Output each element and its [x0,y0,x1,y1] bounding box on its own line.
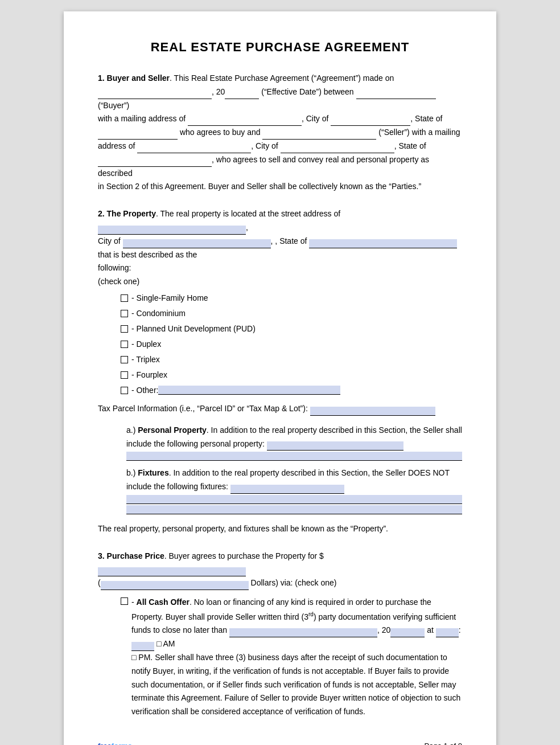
sub-b-bold: Fixtures [138,468,168,477]
section-3-heading: 3. Purchase Price [98,551,164,560]
fixtures-field-1[interactable] [230,485,344,494]
section-2-check-one: (check one) [98,277,139,286]
year-field[interactable] [225,90,259,99]
property-closing-text: The real property, personal property, an… [98,522,462,536]
cash-offer-am[interactable]: □ AM [157,639,175,648]
sub-a-bold: Personal Property [138,425,207,435]
section-2: 2. The Property. The real property is lo… [98,207,462,536]
property-type-list: - Single-Family Home - Condominium - Pla… [121,292,462,396]
label-single-family: - Single-Family Home [131,292,208,304]
purchase-price-words-field[interactable] [101,581,249,590]
label-pud: - Planned Unit Development (PUD) [131,323,256,335]
cash-offer-text3: , 20 [377,625,390,635]
checkbox-other[interactable] [121,387,128,394]
section-1-text14: in Section 2 of this Agreement. Buyer an… [98,182,421,191]
tax-parcel-label: Tax Parcel Information (i.e., “Parcel ID… [98,404,308,413]
buyer-state-field[interactable] [98,130,178,140]
section-1-text7: , State of [410,114,442,123]
section-1-text5: with a mailing address of [98,114,186,123]
section-1-text4: (“Buyer”) [98,101,129,110]
effective-date-field[interactable] [98,90,212,99]
cash-offer-dash: - [131,597,137,607]
sub-section-b: b.) Fixtures. In addition to the real pr… [126,466,462,514]
tax-parcel-row: Tax Parcel Information (i.e., “Parcel ID… [98,402,462,416]
checkbox-cash-offer[interactable] [121,597,128,605]
fixtures-field-3[interactable] [126,505,462,514]
section-2-text2: , [246,223,248,232]
funds-year-field[interactable] [390,628,425,637]
personal-property-field-1[interactable] [267,441,403,451]
brand-forms: forms [112,742,132,745]
section-3: 3. Purchase Price. Buyer agrees to purch… [98,550,462,719]
label-other: - Other: [131,384,158,396]
label-triplex: - Triplex [131,354,160,366]
funds-date-field[interactable] [229,628,377,637]
cash-offer-row: - All Cash Offer. No loan or financing o… [121,596,462,719]
fixtures-field-2[interactable] [126,495,462,504]
funds-hour-field[interactable] [436,628,459,637]
checkbox-pud[interactable] [121,325,128,333]
cash-offer-pm[interactable]: □ PM [131,653,150,662]
section-1-text10: address of [98,141,135,150]
section-2-text4: , State of [275,236,307,245]
cash-offer-text4: at [425,625,434,635]
seller-state-field[interactable] [98,158,212,167]
tax-parcel-field[interactable] [310,407,435,416]
section-1-text9: (“Seller”) with a mailing [376,128,460,137]
section-1-text8: who agrees to buy and [180,128,261,137]
buyer-name-field[interactable] [356,90,436,99]
option-single-family: - Single-Family Home [121,292,462,304]
buyer-address-field[interactable] [188,117,302,126]
option-triplex: - Triplex [121,354,462,366]
checkbox-duplex[interactable] [121,341,128,348]
checkbox-single-family[interactable] [121,294,128,302]
cash-offer-option: - All Cash Offer. No loan or financing o… [121,596,462,719]
option-condominium: - Condominium [121,308,462,320]
document-title: REAL ESTATE PURCHASE AGREEMENT [98,40,462,55]
section-1-text3: (“Effective Date”) between [259,87,353,96]
other-field[interactable] [158,386,340,395]
cash-offer-colon: : [459,625,461,635]
label-duplex: - Duplex [131,338,161,350]
seller-name-field[interactable] [262,130,376,140]
checkbox-triplex[interactable] [121,356,128,363]
section-2-closing: The real property, personal property, an… [98,524,388,533]
sub-section-a: a.) Personal Property. In addition to th… [126,424,462,461]
personal-property-field-2[interactable] [126,452,462,461]
buyer-city-field[interactable] [331,117,410,126]
sub-b-heading: b.) [126,468,138,477]
section-1-text11: , City of [251,141,278,150]
section-1-text2: , 20 [212,87,225,96]
seller-address-field[interactable] [137,144,251,153]
checkbox-fourplex[interactable] [121,371,128,379]
checkbox-condominium[interactable] [121,310,128,317]
section-3-text1: . Buyer agrees to purchase the Property … [164,551,324,560]
purchase-price-field[interactable] [98,567,246,576]
label-fourplex: - Fourplex [131,369,167,381]
cash-offer-text6: . Seller shall have three (3) business d… [131,653,460,716]
section-1-text1: . This Real Estate Purchase Agreement (“… [170,73,394,83]
property-state-field[interactable] [309,239,457,248]
brand-logo: freeforms [98,742,132,745]
section-1-text6: , City of [302,114,328,123]
funds-minute-field[interactable] [131,642,154,651]
section-1-heading: 1. Buyer and Seller [98,73,170,83]
section-3-text3: Dollars) via: (check one) [249,578,337,587]
cash-offer-text: - All Cash Offer. No loan or financing o… [131,596,462,719]
option-duplex: - Duplex [121,338,462,350]
section-2-text3: City of [98,236,121,245]
property-city-field[interactable] [123,239,271,248]
section-1: 1. Buyer and Seller. This Real Estate Pu… [98,72,462,194]
label-condominium: - Condominium [131,308,186,320]
sub-a-heading: a.) [126,425,138,435]
page-number: Page 1 of 8 [425,742,463,745]
seller-city-field[interactable] [281,144,394,153]
property-address-field[interactable] [98,226,246,235]
section-1-text12: , State of [394,141,426,150]
section-2-text5: that is best described as the [98,250,197,259]
section-2-text6: following: [98,263,131,272]
option-fourplex: - Fourplex [121,369,462,381]
cash-offer-bold: All Cash Offer [137,597,190,607]
section-2-heading: 2. The Property [98,209,156,218]
document-footer: freeforms Page 1 of 8 [98,742,462,745]
